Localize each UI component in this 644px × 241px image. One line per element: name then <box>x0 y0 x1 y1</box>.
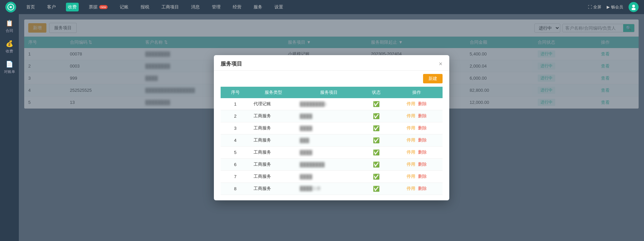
modal-cell-status: ✅ <box>362 98 391 110</box>
reconcile-icon: 📄 <box>6 61 13 68</box>
modal-cell-item: ████ <box>297 146 362 158</box>
modal-cell-action: 停用 删除 <box>391 158 443 170</box>
modal-cell-no: 6 <box>221 158 250 170</box>
stop-button[interactable]: 停用 <box>407 161 415 167</box>
sidebar: 📋 合同 💰 收费 📄 对账单 <box>0 14 19 241</box>
nav-manage[interactable]: 管理 <box>210 3 223 11</box>
modal-header: 服务项目 × <box>214 55 449 71</box>
modal-cell-type: 工商服务 <box>250 146 297 158</box>
nav-bookkeeping[interactable]: 记账 <box>118 3 130 11</box>
sidebar-item-reconcile[interactable]: 📄 对账单 <box>1 58 18 77</box>
status-check-icon: ✅ <box>373 174 380 179</box>
modal-cell-type: 工商服务 <box>250 158 297 170</box>
service-row: 6 工商服务 ████████ ✅ 停用 删除 <box>221 158 443 170</box>
modal-cell-status: ✅ <box>362 110 391 122</box>
sidebar-item-contract[interactable]: 📋 合同 <box>1 17 18 36</box>
modal-cell-item: ███ <box>297 134 362 146</box>
service-row: 3 工商服务 ████ ✅ 停用 删除 <box>221 122 443 134</box>
modal-cell-action: 停用 删除 <box>391 146 443 158</box>
vip-btn[interactable]: ▶ 畅会员 <box>607 4 623 10</box>
service-modal: 服务项目 × 新建 序号 服务类型 服务项目 状态 操作 1 代理记账 <box>214 55 449 200</box>
modal-cell-item: ████注册 <box>297 183 362 195</box>
sidebar-item-reconcile-label: 对账单 <box>4 69 15 74</box>
modal-cell-status: ✅ <box>362 158 391 170</box>
modal-cell-item: ████████ <box>297 158 362 170</box>
modal-col-type: 服务类型 <box>250 87 297 98</box>
svg-point-2 <box>632 8 636 10</box>
modal-cell-type: 工商服务 <box>250 110 297 122</box>
service-row: 5 工商服务 ████ ✅ 停用 删除 <box>221 146 443 158</box>
delete-button[interactable]: 删除 <box>418 149 427 155</box>
service-row: 7 工商服务 ████ ✅ 停用 删除 <box>221 170 443 183</box>
stop-button[interactable]: 停用 <box>407 173 415 179</box>
nav-home[interactable]: 首页 <box>24 3 37 11</box>
modal-cell-action: 停用 删除 <box>391 183 443 195</box>
modal-col-no: 序号 <box>221 87 250 98</box>
modal-cell-item: ████ <box>297 170 362 183</box>
stop-button[interactable]: 停用 <box>407 101 415 107</box>
modal-cell-item: ████████1 <box>297 98 362 110</box>
status-check-icon: ✅ <box>373 101 380 107</box>
fee-icon: 💰 <box>6 40 13 47</box>
modal-cell-no: 2 <box>221 110 250 122</box>
svg-point-1 <box>632 5 635 7</box>
fullscreen-btn[interactable]: ⛶ 全屏 <box>588 4 601 10</box>
modal-cell-action: 停用 删除 <box>391 122 443 134</box>
modal-col-action: 操作 <box>391 87 443 98</box>
modal-cell-type: 工商服务 <box>250 170 297 183</box>
sidebar-item-fee-label: 收费 <box>6 49 13 54</box>
service-row: 2 工商服务 ████ ✅ 停用 删除 <box>221 110 443 122</box>
status-check-icon: ✅ <box>373 125 380 131</box>
stop-button[interactable]: 停用 <box>407 137 415 143</box>
status-check-icon: ✅ <box>373 113 380 119</box>
nav-commerce[interactable]: 工商项目 <box>159 3 181 11</box>
modal-cell-no: 5 <box>221 146 250 158</box>
nav-settings[interactable]: 设置 <box>272 3 285 11</box>
nav-tax[interactable]: 报税 <box>139 3 151 11</box>
stop-button[interactable]: 停用 <box>407 125 415 131</box>
stop-button[interactable]: 停用 <box>407 113 415 119</box>
stop-button[interactable]: 停用 <box>407 186 415 192</box>
modal-cell-no: 8 <box>221 183 250 195</box>
modal-col-status: 状态 <box>362 87 391 98</box>
modal-cell-action: 停用 删除 <box>391 170 443 183</box>
contract-icon: 📋 <box>6 19 13 27</box>
modal-close-button[interactable]: × <box>439 61 443 67</box>
fullscreen-icon: ⛶ <box>588 5 592 9</box>
delete-button[interactable]: 删除 <box>418 137 427 143</box>
sidebar-item-fee[interactable]: 💰 收费 <box>1 37 18 56</box>
delete-button[interactable]: 删除 <box>418 186 427 192</box>
service-row: 4 工商服务 ███ ✅ 停用 删除 <box>221 134 443 146</box>
nav-service[interactable]: 服务 <box>252 3 264 11</box>
nav-right: ⛶ 全屏 ▶ 畅会员 <box>588 2 639 12</box>
top-nav: 首页 客户 收费 票据 new 记账 报税 工商项目 消息 管理 经营 服务 设… <box>0 0 644 14</box>
nav-badge-new: new <box>99 5 108 9</box>
delete-button[interactable]: 删除 <box>418 113 427 119</box>
modal-cell-action: 停用 删除 <box>391 110 443 122</box>
modal-cell-no: 7 <box>221 170 250 183</box>
avatar[interactable] <box>629 2 639 12</box>
nav-business[interactable]: 经营 <box>231 3 243 11</box>
stop-button[interactable]: 停用 <box>407 149 415 155</box>
nav-customer[interactable]: 客户 <box>45 3 58 11</box>
delete-button[interactable]: 删除 <box>418 101 427 107</box>
modal-toolbar: 新建 <box>214 71 449 87</box>
modal-cell-action: 停用 删除 <box>391 134 443 146</box>
delete-button[interactable]: 删除 <box>418 161 427 167</box>
delete-button[interactable]: 删除 <box>418 125 427 131</box>
logo[interactable] <box>5 2 16 12</box>
modal-cell-item: ████ <box>297 122 362 134</box>
delete-button[interactable]: 删除 <box>418 173 427 179</box>
modal-new-button[interactable]: 新建 <box>423 74 443 83</box>
nav-message[interactable]: 消息 <box>189 3 202 11</box>
status-check-icon: ✅ <box>373 137 380 143</box>
modal-col-item: 服务项目 <box>297 87 362 98</box>
nav-invoice[interactable]: 票据 new <box>87 3 110 11</box>
modal-title: 服务项目 <box>221 61 242 68</box>
modal-cell-type: 工商服务 <box>250 122 297 134</box>
modal-cell-status: ✅ <box>362 122 391 134</box>
vip-icon: ▶ <box>607 5 610 9</box>
modal-cell-status: ✅ <box>362 146 391 158</box>
nav-fee[interactable]: 收费 <box>66 3 79 11</box>
status-check-icon: ✅ <box>373 162 380 167</box>
